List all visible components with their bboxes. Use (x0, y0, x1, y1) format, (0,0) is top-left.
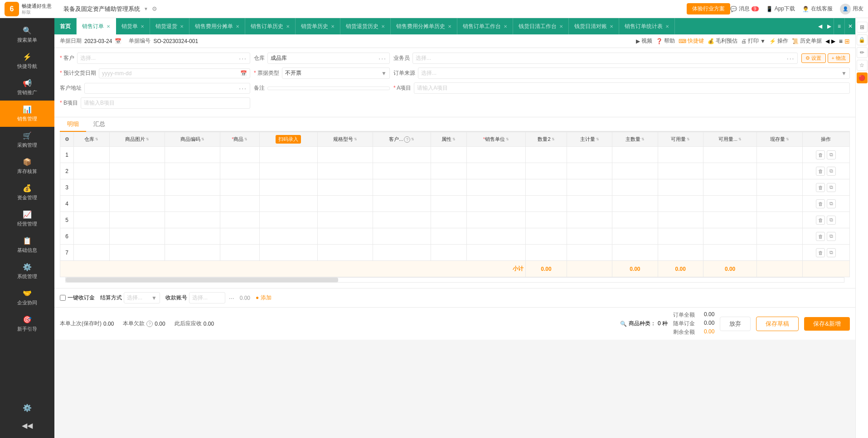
rp-btn-4[interactable]: ☆ (857, 60, 868, 71)
row-available1[interactable] (658, 147, 703, 163)
notification-item[interactable]: 💬 消息 9 (730, 5, 759, 13)
row-main-qty[interactable] (612, 163, 658, 179)
tab-cash-workbench[interactable]: 钱货日清工作台 ✕ (513, 18, 569, 34)
sidebar-settings-btn[interactable]: ⚙️ (0, 399, 54, 417)
tab-close-icon[interactable]: ✕ (559, 24, 563, 29)
row-product-code[interactable] (165, 196, 220, 212)
info-icon[interactable]: ? (404, 136, 410, 143)
row-available1[interactable] (658, 228, 703, 245)
row-scan[interactable] (259, 163, 317, 179)
row-product[interactable] (220, 228, 259, 245)
tab-sales-expense[interactable]: 销售费用分摊单 ✕ (189, 18, 245, 34)
row-main-qty[interactable] (612, 212, 658, 228)
row-product-img[interactable] (109, 163, 165, 179)
tab-close-icon[interactable]: ✕ (331, 24, 335, 29)
tab-sales-invoice[interactable]: 销货单 ✕ (116, 18, 150, 34)
tab-sales-return[interactable]: 销货退货 ✕ (150, 18, 189, 34)
th-product[interactable]: *商品⇅ (220, 132, 259, 147)
tab-sales-order-history[interactable]: 销售订单历史 ✕ (245, 18, 296, 34)
row-attribute[interactable] (431, 163, 466, 179)
row-attribute[interactable] (431, 228, 466, 245)
row-sales-unit[interactable] (466, 212, 525, 228)
profit-btn[interactable]: 💰 毛利预估 (708, 37, 737, 45)
row-product[interactable] (220, 196, 259, 212)
row-main-unit[interactable] (567, 212, 612, 228)
row-product-img[interactable] (109, 245, 165, 261)
row-copy-btn[interactable]: ⧉ (827, 232, 836, 241)
row-warehouse[interactable] (74, 212, 110, 228)
info-icon[interactable]: ? (146, 321, 153, 327)
row-delete-btn[interactable]: 🗑 (816, 199, 825, 208)
warehouse-dots[interactable]: ··· (378, 55, 387, 62)
row-main-unit[interactable] (567, 163, 612, 179)
row-attribute[interactable] (431, 196, 466, 212)
tab-order-workbench[interactable]: 销售订单工作台 ✕ (457, 18, 513, 34)
horizontal-scrollbar[interactable] (65, 277, 844, 283)
row-warehouse[interactable] (74, 147, 110, 163)
row-qty2[interactable] (526, 212, 567, 228)
row-main-qty[interactable] (612, 245, 658, 261)
row-delete-btn[interactable]: 🗑 (816, 167, 825, 176)
row-product-code[interactable] (165, 245, 220, 261)
row-stock[interactable] (757, 179, 802, 196)
row-warehouse[interactable] (74, 245, 110, 261)
row-product-code[interactable] (165, 179, 220, 196)
row-attribute[interactable] (431, 212, 466, 228)
list-view-btn[interactable]: ≡ (839, 38, 843, 45)
tab-sales-order[interactable]: 销售订单 ✕ (77, 18, 116, 34)
row-available1[interactable] (658, 212, 703, 228)
row-attribute[interactable] (431, 147, 466, 163)
row-stock[interactable] (757, 163, 802, 179)
row-available2[interactable] (703, 147, 756, 163)
row-delete-btn[interactable]: 🗑 (816, 183, 825, 192)
save-new-button[interactable]: 保存&新增 (804, 317, 850, 331)
row-stock[interactable] (757, 228, 802, 245)
row-qty2[interactable] (526, 163, 567, 179)
row-main-unit[interactable] (567, 228, 612, 245)
row-product-img[interactable] (109, 179, 165, 196)
row-product-img[interactable] (109, 196, 165, 212)
save-draft-button[interactable]: 保存草稿 (756, 317, 799, 331)
delivery-date-input[interactable]: yyyy-mm-dd 📅 (99, 68, 250, 78)
tab-home[interactable]: 首页 (54, 18, 77, 34)
th-spec[interactable]: 规格型号⇅ (317, 132, 373, 147)
tab-sales-return-history[interactable]: 销货退货历史 ✕ (340, 18, 391, 34)
sidebar-collapse-btn[interactable]: ◀◀ (0, 417, 54, 434)
row-warehouse[interactable] (74, 228, 110, 245)
row-copy-btn[interactable]: ⧉ (827, 216, 836, 225)
row-available2[interactable] (703, 212, 756, 228)
row-sales-unit[interactable] (466, 245, 525, 261)
salesperson-input[interactable]: 选择... ··· (412, 53, 798, 64)
video-btn[interactable]: ▶ 视频 (636, 37, 652, 45)
sidebar-item-finance[interactable]: 💰 资金管理 (0, 179, 54, 206)
row-spec[interactable] (317, 147, 373, 163)
row-qty2[interactable] (526, 196, 567, 212)
th-product-img[interactable]: 商品图片⇅ (109, 132, 165, 147)
th-available1[interactable]: 可用量⇅ (658, 132, 703, 147)
tab-close-icon[interactable]: ✕ (381, 24, 385, 29)
tab-close-icon[interactable]: ✕ (504, 24, 507, 29)
sidebar-item-guide[interactable]: 🎯 新手引导 (0, 311, 54, 337)
row-main-qty[interactable] (612, 147, 658, 163)
row-scan[interactable] (259, 245, 317, 261)
row-attribute[interactable] (431, 179, 466, 196)
row-stock[interactable] (757, 245, 802, 261)
th-available2[interactable]: 可用量...⇅ (703, 132, 756, 147)
sidebar-item-sales[interactable]: 📊 销售管理 (0, 101, 54, 127)
row-available1[interactable] (658, 245, 703, 261)
row-product-code[interactable] (165, 212, 220, 228)
settle-method-select[interactable]: 选择... ▼ (124, 292, 160, 303)
row-sales-unit[interactable] (466, 228, 525, 245)
row-main-qty[interactable] (612, 196, 658, 212)
row-main-unit[interactable] (567, 196, 612, 212)
rp-btn-2[interactable]: 🔒 (857, 34, 868, 45)
note-input[interactable] (267, 87, 390, 90)
row-sales-unit[interactable] (466, 196, 525, 212)
row-spec[interactable] (317, 212, 373, 228)
grid-view-btn[interactable]: ⊞ (844, 38, 850, 45)
row-qty2[interactable] (526, 147, 567, 163)
row-spec[interactable] (317, 228, 373, 245)
tab-close-icon[interactable]: ✕ (180, 24, 184, 29)
row-main-unit[interactable] (567, 147, 612, 163)
sidebar-item-system[interactable]: ⚙️ 系统管理 (0, 258, 54, 284)
